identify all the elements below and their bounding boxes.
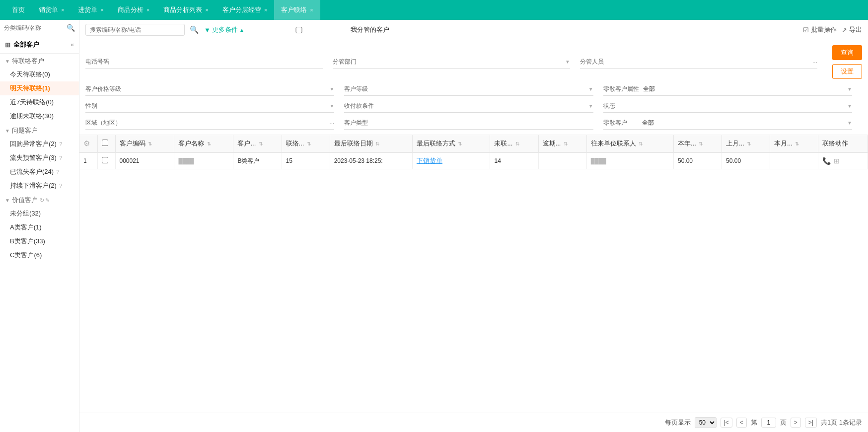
th-customer-type: 客户... ⇅ (233, 135, 282, 152)
close-icon[interactable]: × (205, 7, 208, 13)
chevron-down-icon: ▼ (565, 59, 570, 65)
sidebar-item-declining[interactable]: 持续下滑客户(2) ? (0, 179, 79, 193)
set-button[interactable]: 设置 (832, 64, 862, 79)
customer-type-field: 客户类型 (344, 117, 593, 130)
edit-icon[interactable]: ✎ (45, 197, 50, 204)
table-header-row: ⚙ 客户编码 ⇅ 客户名称 ⇅ (79, 135, 868, 152)
sidebar-search-icon[interactable]: 🔍 (67, 24, 75, 32)
sidebar-item-overdue[interactable]: 逾期未联络(30) (0, 109, 79, 123)
sort-icon[interactable]: ⇅ (207, 141, 211, 146)
sidebar-item-churned[interactable]: 已流失客户(24) ? (0, 165, 79, 179)
sidebar-item-repurchase-abnormal[interactable]: 回购异常客户(2) ? (0, 137, 79, 151)
td-contact-count: 15 (282, 152, 330, 169)
th-unit-contact: 往来单位联系人 ⇅ (586, 135, 673, 152)
select-all-checkbox[interactable] (102, 140, 108, 146)
batch-operation-btn[interactable]: ☑ 批量操作 (803, 25, 837, 34)
retail-customer-field: 零散客户 全部 ▼ (603, 117, 852, 130)
customer-table: ⚙ 客户编码 ⇅ 客户名称 ⇅ (79, 135, 868, 169)
collapse-icon[interactable]: « (71, 41, 74, 48)
first-page-btn[interactable]: |< (721, 418, 732, 428)
th-this-year: 本年... ⇅ (673, 135, 722, 152)
td-index: 1 (79, 152, 97, 169)
sort-icon[interactable]: ⇅ (699, 141, 703, 146)
close-icon[interactable]: × (264, 7, 267, 13)
td-overdue (538, 152, 586, 169)
sidebar-search-input[interactable] (4, 24, 67, 31)
th-customer-name: 客户名称 ⇅ (174, 135, 233, 152)
nav-product-analysis[interactable]: 商品分析 × (111, 0, 156, 20)
td-last-method: 下销货单 (412, 152, 490, 169)
close-icon[interactable]: × (100, 7, 103, 13)
payment-field: 收付款条件 ▼ (344, 100, 593, 113)
toolbar-right: ☑ 批量操作 ↗ 导出 (803, 25, 862, 34)
close-icon[interactable]: × (146, 7, 149, 13)
sort-icon[interactable]: ⇅ (148, 141, 152, 146)
manager-field: 分管人员 ··· (580, 56, 817, 69)
sidebar-item-class-c[interactable]: C类客户(6) (0, 248, 79, 262)
chevron-down-icon: ▼ (847, 103, 852, 109)
sidebar-item-tomorrow[interactable]: 明天待联络(1) (0, 81, 79, 95)
sidebar-all-customers[interactable]: ⊞ 全部客户 « (0, 36, 79, 54)
page-number-input[interactable] (761, 418, 776, 428)
search-button[interactable]: 🔍 (190, 25, 199, 34)
sidebar-item-class-b[interactable]: B类客户(33) (0, 234, 79, 248)
export-button[interactable]: ↗ 导出 (842, 25, 862, 34)
nav-customer-tier[interactable]: 客户分层经营 × (216, 0, 274, 20)
grid-action-icon[interactable]: ⊞ (834, 157, 840, 165)
nav-customer-contact[interactable]: 客户联络 × (274, 0, 320, 20)
my-customers-checkbox-label[interactable]: 我分管的客户 (249, 25, 389, 34)
sort-icon[interactable]: ⇅ (458, 141, 462, 146)
td-type: B类客户 (233, 152, 282, 169)
th-checkbox (97, 135, 115, 152)
sidebar-section-problem: ▼ 问题客户 (0, 123, 79, 137)
filter-row-1: 电话号码 分管部门 ▼ 分管人员 ··· 查询 设置 (85, 45, 862, 79)
my-customers-checkbox[interactable] (249, 27, 349, 33)
settings-icon[interactable]: ⚙ (83, 139, 90, 147)
customer-level-field: 客户等级 ▼ (344, 83, 593, 96)
phone-action-icon[interactable]: 📞 (822, 157, 831, 165)
nav-sales-order[interactable]: 销货单 × (32, 0, 71, 20)
table-footer: 每页显示 50 |< < 第 页 > >| 共1页 1条记录 (79, 413, 868, 432)
action-icons-group: 📞 ⊞ (822, 157, 864, 165)
row-checkbox[interactable] (102, 157, 108, 163)
sidebar-item-class-a[interactable]: A类客户(1) (0, 220, 79, 234)
prev-page-btn[interactable]: < (736, 418, 747, 428)
sort-icon[interactable]: ⇅ (515, 141, 519, 146)
sidebar-item-today[interactable]: 今天待联络(0) (0, 68, 79, 81)
nav-home[interactable]: 首页 (5, 0, 32, 20)
sidebar-item-ungrouped[interactable]: 未分组(32) (0, 207, 79, 220)
more-conditions-btn[interactable]: ▼ 更多条件 ▲ (204, 25, 244, 34)
search-input[interactable] (85, 24, 185, 36)
nav-purchase-order[interactable]: 进货单 × (71, 0, 110, 20)
top-navigation: 首页 销货单 × 进货单 × 商品分析 × 商品分析列表 × 客户分层经营 × … (0, 0, 868, 20)
sidebar-item-7days[interactable]: 近7天待联络(0) (0, 95, 79, 109)
sort-icon[interactable]: ⇅ (747, 141, 751, 146)
sort-icon[interactable]: ⇅ (259, 141, 263, 146)
nav-product-analysis-list[interactable]: 商品分析列表 × (156, 0, 215, 20)
more-icon: ··· (329, 120, 334, 127)
last-page-btn[interactable]: >| (805, 418, 817, 428)
close-icon[interactable]: × (310, 7, 313, 13)
sort-icon[interactable]: ⇅ (375, 141, 379, 146)
sort-icon[interactable]: ⇅ (307, 141, 311, 146)
sort-icon[interactable]: ⇅ (795, 141, 799, 146)
filter-row-3: 性别 ▼ 收付款条件 ▼ 状态 ▼ (85, 100, 862, 113)
td-name: ████ (174, 152, 233, 169)
query-button[interactable]: 查询 (832, 45, 862, 60)
arrow-icon: ▼ (5, 59, 10, 64)
per-page-select[interactable]: 50 (695, 417, 717, 428)
sort-icon[interactable]: ⇅ (564, 141, 568, 146)
th-uncontacted: 未联... ⇅ (490, 135, 538, 152)
th-last-contact-method: 最后联络方式 ⇅ (412, 135, 490, 152)
close-icon[interactable]: × (61, 7, 64, 13)
filter-row-2: 客户价格等级 ▼ 客户等级 ▼ 零散客户属性 全部 ▼ (85, 83, 862, 96)
query-area: 查询 设置 (827, 45, 862, 79)
next-page-btn[interactable]: > (791, 418, 801, 428)
chevron-down-icon: ▼ (329, 103, 334, 109)
sort-icon[interactable]: ⇅ (639, 141, 643, 146)
refresh-icon[interactable]: ↻ (40, 197, 44, 204)
arrow-icon: ▼ (5, 128, 10, 134)
sidebar-item-churn-warning[interactable]: 流失预警客户(3) ? (0, 151, 79, 165)
contact-method-link[interactable]: 下销货单 (417, 157, 442, 164)
grid-icon: ⊞ (5, 41, 10, 49)
